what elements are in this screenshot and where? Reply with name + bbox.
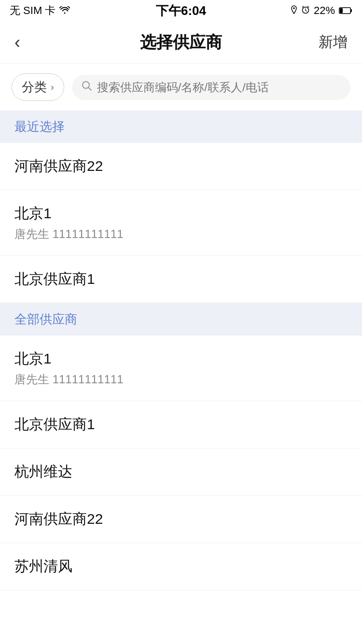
status-left: 无 SIM 卡 [10,3,70,18]
recent-list: 河南供应商22 北京1 唐先生 11111111111 北京供应商1 [0,143,362,303]
list-item[interactable]: 杭州维达 [0,448,362,496]
supplier-sub: 唐先生 11111111111 [14,226,348,242]
supplier-name: 河南供应商22 [14,509,348,529]
list-item[interactable]: 河南供应商22 [0,143,362,190]
supplier-name: 北京1 [14,204,348,224]
list-item[interactable]: 苏州清风 [0,543,362,590]
all-list: 北京1 唐先生 11111111111 北京供应商1 杭州维达 河南供应商22 … [0,336,362,590]
list-item[interactable]: 北京供应商1 [0,256,362,303]
supplier-name: 河南供应商22 [14,156,348,176]
all-section-header: 全部供应商 [0,303,362,336]
page-title: 选择供应商 [140,31,222,54]
svg-point-0 [293,7,295,9]
chevron-right-icon: › [51,82,54,93]
list-item[interactable]: 北京1 唐先生 11111111111 [0,336,362,401]
nav-bar: ‹ 选择供应商 新增 [0,21,362,64]
new-button[interactable]: 新增 [319,32,348,52]
list-item[interactable]: 北京1 唐先生 11111111111 [0,190,362,256]
svg-rect-4 [351,9,352,12]
wifi-icon [59,4,70,17]
location-icon [291,4,297,17]
supplier-name: 杭州维达 [14,462,348,482]
search-icon [82,81,92,94]
no-sim-text: 无 SIM 卡 [10,3,56,18]
filter-row: 分类 › [0,64,362,111]
alarm-icon [301,4,310,17]
category-button[interactable]: 分类 › [12,73,64,101]
status-right: 22% [291,4,352,17]
status-bar: 无 SIM 卡 下午6:04 [0,0,362,21]
battery-percent: 22% [314,4,335,17]
list-item[interactable]: 河南供应商22 [0,496,362,543]
back-button[interactable]: ‹ [14,32,43,53]
recent-section-header: 最近选择 [0,111,362,143]
status-time: 下午6:04 [156,2,206,19]
supplier-name: 北京1 [14,349,348,369]
supplier-name: 北京供应商1 [14,415,348,434]
supplier-sub: 唐先生 11111111111 [14,372,348,387]
list-item[interactable]: 北京供应商1 [0,401,362,448]
category-label: 分类 [22,79,47,96]
battery-icon [339,4,352,17]
search-box[interactable] [72,75,350,100]
search-input[interactable] [97,81,341,94]
supplier-name: 北京供应商1 [14,269,348,289]
svg-rect-3 [340,8,343,13]
supplier-name: 苏州清风 [14,557,348,576]
